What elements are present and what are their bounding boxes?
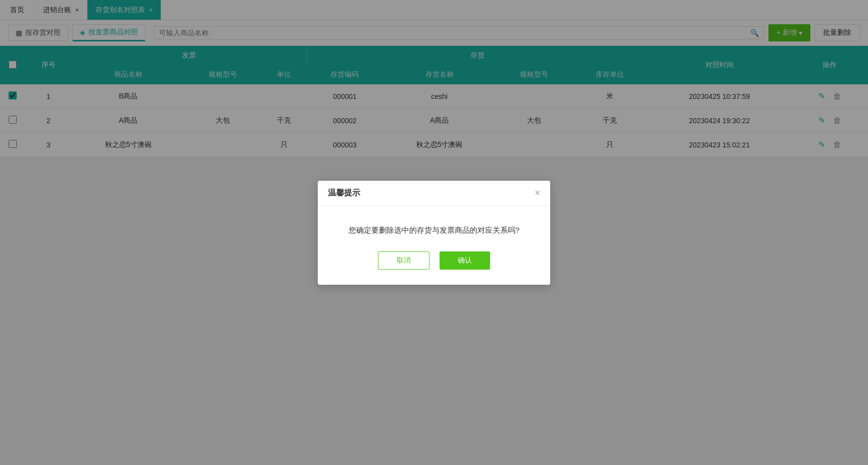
modal-overlay: 温馨提示 × 您确定要删除选中的存货与发票商品的对应关系吗? 取消 确认	[0, 0, 868, 157]
